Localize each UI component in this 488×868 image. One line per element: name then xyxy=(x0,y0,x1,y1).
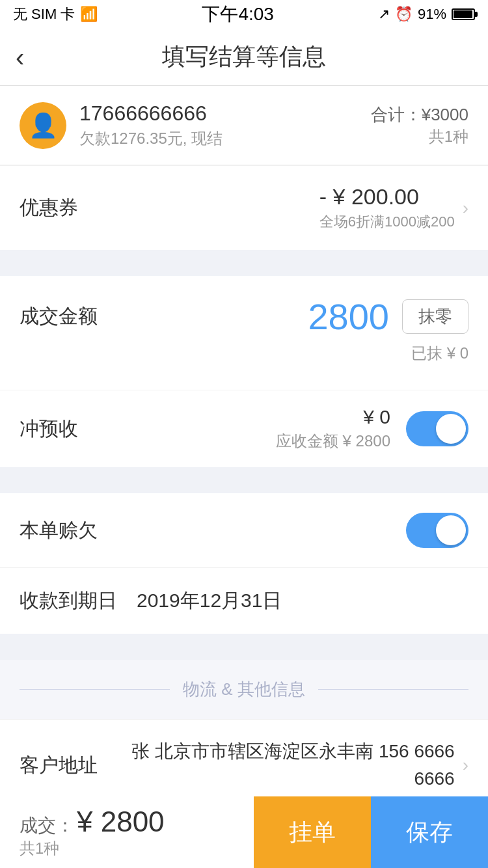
prepay-amount: ¥ 0 xyxy=(276,406,390,428)
status-left: 无 SIM 卡 📶 xyxy=(13,5,98,24)
avatar: 👤 xyxy=(20,102,66,149)
duedate-value: 2019年12月31日 xyxy=(137,588,282,614)
alarm-icon: ⏰ xyxy=(395,6,413,23)
user-left: 👤 17666666666 欠款1276.35元, 现结 xyxy=(20,102,223,149)
status-time: 下午4:03 xyxy=(202,2,274,27)
status-bar: 无 SIM 卡 📶 下午4:03 ↗ ⏰ 91% xyxy=(0,0,488,29)
deal-sub-text: 已抹 ¥ 0 xyxy=(20,343,468,364)
duedate-label: 收款到期日 xyxy=(20,588,117,614)
battery-icon xyxy=(452,8,475,20)
coupon-info: - ¥ 200.00 全场6折满1000减200 xyxy=(319,184,455,232)
prepay-toggle[interactable] xyxy=(406,411,468,446)
user-row: 👤 17666666666 欠款1276.35元, 现结 合计：¥3000 共1… xyxy=(0,86,488,165)
address-label: 客户地址 xyxy=(20,752,98,779)
coupon-row[interactable]: 优惠券 - ¥ 200.00 全场6折满1000减200 › xyxy=(0,165,488,250)
battery-percent: 91% xyxy=(418,6,446,23)
deal-card: 成交金额 2800 抹零 已抹 ¥ 0 冲预收 ¥ 0 应收金额 ¥ 2800 xyxy=(0,276,488,467)
duedate-section: 收款到期日 2019年12月31日 xyxy=(0,567,488,634)
separator-2 xyxy=(0,480,488,493)
user-info: 17666666666 欠款1276.35元, 现结 xyxy=(79,102,223,149)
address-value: 张 北京市市辖区海淀区永丰南 156 6666 6666 xyxy=(117,738,455,793)
nav-bar: ‹ 填写结算等信息 xyxy=(0,29,488,86)
content-area: 👤 17666666666 欠款1276.35元, 现结 合计：¥3000 共1… xyxy=(0,86,488,868)
avatar-icon: 👤 xyxy=(29,112,58,139)
writeoff-card: 本单赊欠 收款到期日 2019年12月31日 xyxy=(0,493,488,634)
user-card: 👤 17666666666 欠款1276.35元, 现结 合计：¥3000 共1… xyxy=(0,86,488,250)
bottom-deal-row: 成交： ¥ 2800 xyxy=(20,806,234,838)
logistics-text: 物流 & 其他信息 xyxy=(183,678,305,701)
prepay-info: ¥ 0 应收金额 ¥ 2800 xyxy=(276,406,390,452)
coupon-desc: 全场6折满1000减200 xyxy=(319,212,455,232)
writeoff-label: 本单赊欠 xyxy=(20,517,98,544)
page-title: 填写结算等信息 xyxy=(162,41,326,73)
pending-button[interactable]: 挂单 xyxy=(254,796,371,868)
no-sim-text: 无 SIM 卡 xyxy=(13,5,75,24)
separator-1 xyxy=(0,263,488,276)
coupon-right: - ¥ 200.00 全场6折满1000减200 › xyxy=(319,184,468,232)
deal-row: 成交金额 2800 抹零 xyxy=(20,295,468,338)
address-arrow-icon: › xyxy=(463,755,468,776)
bottom-count: 共1种 xyxy=(20,838,234,859)
deal-amount: 2800 xyxy=(308,295,389,338)
logistics-line-right xyxy=(318,689,468,690)
user-phone: 17666666666 xyxy=(79,102,223,126)
bottom-deal-label: 成交： xyxy=(20,813,74,838)
save-label: 保存 xyxy=(406,817,453,848)
round-zero-button[interactable]: 抹零 xyxy=(402,299,468,334)
status-right: ↗ ⏰ 91% xyxy=(378,6,475,23)
writeoff-toggle[interactable] xyxy=(406,513,468,548)
bottom-bar: 成交： ¥ 2800 共1种 挂单 保存 xyxy=(0,796,488,868)
coupon-amount: - ¥ 200.00 xyxy=(319,184,455,210)
save-button[interactable]: 保存 xyxy=(371,796,488,868)
coupon-label: 优惠券 xyxy=(20,195,78,221)
wifi-icon: 📶 xyxy=(80,6,98,23)
deal-right: 2800 抹零 xyxy=(308,295,468,338)
prepay-label: 冲预收 xyxy=(20,416,78,442)
prepay-receivable: 应收金额 ¥ 2800 xyxy=(276,431,390,452)
deal-section: 成交金额 2800 抹零 已抹 ¥ 0 xyxy=(0,276,488,390)
prepay-right: ¥ 0 应收金额 ¥ 2800 xyxy=(276,406,468,452)
user-total: 合计：¥3000 共1种 xyxy=(371,103,468,147)
logistics-divider: 物流 & 其他信息 xyxy=(0,660,488,719)
writeoff-section: 本单赊欠 xyxy=(0,493,488,567)
total-label: 合计：¥3000 xyxy=(371,103,468,126)
back-button[interactable]: ‹ xyxy=(16,44,24,70)
writeoff-toggle-knob xyxy=(436,515,466,545)
prepay-row: 冲预收 ¥ 0 应收金额 ¥ 2800 xyxy=(0,390,488,467)
separator-3 xyxy=(0,647,488,660)
user-debt: 欠款1276.35元, 现结 xyxy=(79,128,223,149)
deal-label: 成交金额 xyxy=(20,303,98,330)
logistics-line-left xyxy=(20,689,170,690)
pending-label: 挂单 xyxy=(289,817,336,848)
coupon-arrow-icon: › xyxy=(463,198,468,219)
bottom-amount: ¥ 2800 xyxy=(77,806,165,838)
bottom-summary: 成交： ¥ 2800 共1种 xyxy=(0,806,254,859)
location-icon: ↗ xyxy=(378,6,390,23)
total-count: 共1种 xyxy=(371,126,468,147)
address-right: 张 北京市市辖区海淀区永丰南 156 6666 6666 › xyxy=(117,738,468,793)
toggle-knob xyxy=(436,414,466,444)
